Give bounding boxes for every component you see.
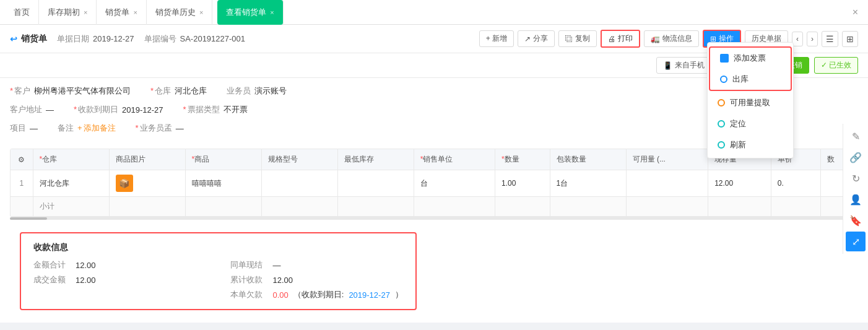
row-min-stock — [337, 170, 414, 197]
tab-view-sales[interactable]: 查看销货单 × — [217, 0, 283, 25]
address-label: 客户地址 — [10, 104, 42, 115]
copy-button[interactable]: ⿻ 复制 — [558, 30, 597, 47]
tab-close-history[interactable]: × — [199, 9, 203, 16]
arrears-value: 0.00 — [272, 290, 288, 300]
arrears-label: 本单欠款 — [230, 289, 267, 300]
col-available: 可用量 (... — [626, 149, 708, 170]
row-quantity: 1.00 — [495, 170, 550, 197]
total-amount-label: 金额合计 — [33, 259, 71, 271]
customer-label: 客户 — [10, 85, 30, 97]
col-sales-unit: *销售单位 — [414, 149, 495, 170]
ticket-type-field: 票据类型 不开票 — [183, 104, 248, 115]
table-subtotal-row: 小计 — [11, 197, 857, 217]
ticket-type-value: 不开票 — [224, 104, 248, 115]
dropdown-out-warehouse[interactable]: 出库 — [710, 69, 791, 90]
row-pack-qty: 1台 — [550, 170, 626, 197]
number-value: SA-20191227-001 — [180, 34, 246, 43]
due-date-value: 2019-12-27 — [122, 105, 163, 115]
table-row: 1 河北仓库 📦 嘻嘻嘻嘻 台 1.00 1台 12.00 0. — [11, 170, 857, 197]
share-button[interactable]: ↗ 分享 — [518, 30, 555, 47]
effective-status[interactable]: ✓ 已生效 — [814, 57, 858, 74]
list-view-button[interactable]: ☰ — [822, 31, 838, 47]
tab-close-view[interactable]: × — [270, 9, 274, 16]
row-unit-price: 0. — [771, 170, 820, 197]
total-amount-row: 金额合计 12.00 — [33, 259, 206, 271]
tab-close-inventory[interactable]: × — [84, 9, 87, 16]
warehouse-label: 仓库 — [150, 85, 171, 97]
col-model: 规格型号 — [261, 149, 337, 170]
due-note-end: ） — [395, 289, 403, 300]
row-current-stock: 12.00 — [708, 170, 771, 197]
salesperson2-label: 业务员孟 — [136, 123, 172, 134]
address-field: 客户地址 — — [10, 104, 54, 115]
tab-inventory-init[interactable]: 库存期初 × — [39, 0, 97, 25]
copy-icon: ⿻ — [565, 35, 573, 43]
effective-icon: ✓ — [821, 61, 827, 69]
new-button[interactable]: + 新增 — [479, 30, 514, 47]
edit-sidebar-icon[interactable]: ✎ — [846, 126, 866, 146]
remark-add-link[interactable]: 添加备注 — [77, 123, 116, 134]
col-min-stock: 最低库存 — [337, 149, 414, 170]
project-value: — — [30, 124, 38, 133]
bookmark-sidebar-icon[interactable]: 🔖 — [846, 211, 866, 230]
row-number: 1 — [11, 170, 33, 197]
customer-value: 柳州粤港平安气体有限公司 — [34, 85, 131, 97]
from-phone-button[interactable]: 📱 来自手机 — [656, 57, 711, 74]
date-label: 单据日期 — [57, 33, 89, 45]
refresh-sidebar-icon[interactable]: ↻ — [846, 168, 866, 188]
same-order-row: 同单现结 — — [230, 259, 402, 271]
total-amount-value: 12.00 — [76, 261, 96, 270]
due-date-value: 2019-12-27 — [349, 290, 390, 300]
share-icon: ↗ — [524, 35, 531, 43]
payment-section: 收款信息 金额合计 12.00 同单现结 — 成交金额 12.00 累计收款 1… — [20, 232, 417, 310]
user-sidebar-icon[interactable]: 👤 — [846, 189, 866, 209]
dropdown-refresh[interactable]: 刷新 — [708, 134, 793, 155]
col-settings[interactable]: ⚙ — [11, 149, 33, 170]
expand-sidebar-icon[interactable]: ⤢ — [846, 232, 866, 251]
warehouse-field: 仓库 河北仓库 — [150, 85, 207, 97]
due-date-label: 收款到期日 — [74, 104, 118, 115]
due-note: （收款到期日: — [293, 289, 344, 300]
dropdown-available-qty[interactable]: 可用量提取 — [708, 92, 793, 113]
row-warehouse: 河北仓库 — [33, 170, 109, 197]
main-content: ↩ 销货单 单据日期 2019-12-27 单据编号 SA-20191227-0… — [0, 25, 868, 323]
out-warehouse-icon — [720, 76, 727, 83]
project-label: 项目 — [10, 123, 26, 134]
col-product: *商品 — [185, 149, 261, 170]
dropdown-locate[interactable]: 定位 — [708, 113, 793, 134]
tab-home[interactable]: 首页 — [5, 0, 39, 25]
arrears-row: 本单欠款 0.00 （收款到期日: 2019-12-27 ） — [230, 289, 402, 300]
phone-icon: 📱 — [663, 61, 672, 70]
right-sidebar: ✎ 🔗 ↻ 👤 🔖 ⤢ — [843, 124, 868, 254]
operations-dropdown: 添加发票 出库 可用量提取 定位 刷新 — [707, 42, 794, 158]
due-date-field: 收款到期日 2019-12-27 — [74, 104, 163, 115]
logistics-button[interactable]: 🚛 物流信息 — [644, 30, 699, 47]
ticket-type-label: 票据类型 — [183, 104, 220, 115]
next-button[interactable]: › — [807, 32, 818, 46]
cumulative-value: 12.00 — [272, 276, 293, 285]
doc-title-icon: ↩ — [10, 34, 17, 44]
customer-field: 客户 柳州粤港平安气体有限公司 — [10, 85, 131, 97]
tab-sales-order[interactable]: 销货单 × — [97, 0, 146, 25]
payment-grid: 金额合计 12.00 同单现结 — 成交金额 12.00 累计收款 12.00 — [33, 259, 403, 300]
product-table: ⚙ *仓库 商品图片 *商品 规格型号 最低库存 *销售单位 *数量 包装数量 … — [11, 149, 857, 217]
tab-close-sales[interactable]: × — [133, 9, 137, 16]
row-sales-unit: 台 — [414, 170, 495, 197]
salesperson2-value: — — [176, 124, 184, 133]
grid-view-button[interactable]: ⊞ — [842, 31, 858, 47]
dropdown-add-invoice[interactable]: 添加发票 — [710, 48, 791, 69]
row-available — [626, 170, 708, 197]
link-sidebar-icon[interactable]: 🔗 — [846, 147, 866, 167]
col-product-image: 商品图片 — [109, 149, 185, 170]
warehouse-value: 河北仓库 — [175, 85, 207, 97]
remark-field: 备注 添加备注 — [58, 123, 116, 134]
add-invoice-icon — [720, 54, 729, 63]
col-pack-qty: 包装数量 — [550, 149, 626, 170]
locate-icon — [718, 120, 725, 128]
print-button[interactable]: 🖨 打印 — [601, 30, 640, 48]
window-close-button[interactable]: × — [848, 7, 863, 18]
tab-sales-history[interactable]: 销货单历史 × — [147, 0, 212, 25]
subtotal-label: 小计 — [33, 197, 109, 217]
address-value: — — [46, 105, 54, 115]
salesperson-field: 业务员 演示账号 — [227, 85, 287, 97]
